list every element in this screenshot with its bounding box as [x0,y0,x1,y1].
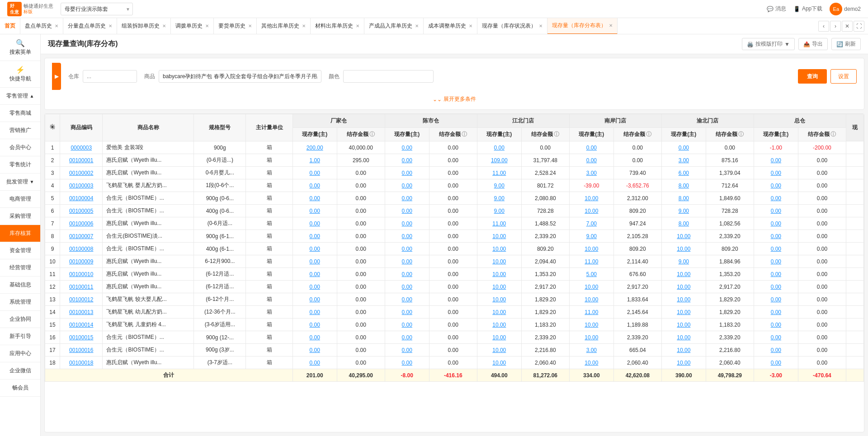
refresh-btn[interactable]: 🔄 刷新 [831,38,861,50]
jb-stock-link[interactable]: 0.00 [494,145,505,151]
code-link[interactable]: 00100005 [69,208,93,214]
jb-stock-link[interactable]: 10.00 [492,347,506,353]
close-icon[interactable]: ✕ [469,23,472,28]
fc-stock-link[interactable]: 200.00 [307,145,323,151]
close-icon[interactable]: ✕ [205,23,209,28]
nb-stock-link[interactable]: 10.00 [585,322,598,328]
total-stock-link[interactable]: 0.00 [771,296,781,303]
yb-stock-link[interactable]: 10.00 [677,322,690,328]
yb-stock-link[interactable]: 6.00 [679,170,689,176]
table-scroll[interactable]: 商品编码 商品名称 规格型号 主计量单位 厂家仓 陈市仓 江北门店 南岸门店 渝… [45,114,864,432]
total-stock-link[interactable]: 0.00 [771,258,781,265]
yb-stock-link[interactable]: 10.00 [677,246,690,252]
cs-stock-link[interactable]: 0.00 [402,322,412,328]
jb-stock-link[interactable]: 9.00 [494,183,505,189]
expand-conditions-btn[interactable]: ⌄⌄ 展开更多条件 [429,94,480,105]
tab-yaohuo[interactable]: 要货单历史 ✕ [214,18,257,34]
nb-stock-link[interactable]: -39.00 [584,183,599,189]
sidebar-item-system[interactable]: 系统管理 [0,294,40,311]
nb-stock-link[interactable]: 0.00 [586,145,597,151]
yb-stock-link[interactable]: 9.00 [679,208,689,214]
code-link[interactable]: 00100013 [69,309,93,315]
sidebar-item-weixin[interactable]: 企业微信 [0,362,40,380]
code-link[interactable]: 00100003 [69,183,93,189]
code-link[interactable]: 00100015 [69,334,93,341]
user-area[interactable]: Ea demo2 [830,3,861,15]
total-stock-link[interactable]: 0.00 [771,195,781,202]
tab-fenpan[interactable]: 分量盘点单历史 ✕ [63,18,117,34]
fc-stock-link[interactable]: 0.00 [310,170,320,176]
sidebar-item-collab[interactable]: 企业协同 [0,311,40,328]
jb-stock-link[interactable]: 9.00 [494,208,505,214]
info-icon[interactable]: ⓘ [646,131,651,137]
tab-chengben[interactable]: 成本调整单历史 ✕ [424,18,477,34]
close-icon[interactable]: ✕ [162,23,166,28]
sidebar-item-member[interactable]: 会员中心 [0,139,40,156]
code-link[interactable]: 00100010 [69,271,93,277]
jb-stock-link[interactable]: 10.00 [492,271,506,277]
total-stock-link[interactable]: 0.00 [771,208,781,214]
nb-stock-link[interactable]: 10.00 [585,334,598,341]
yb-stock-link[interactable]: 3.00 [679,157,689,164]
jb-stock-link[interactable]: 10.00 [492,296,506,303]
total-stock-link[interactable]: 0.00 [771,233,781,239]
cs-stock-link[interactable]: 0.00 [402,246,412,252]
yb-stock-link[interactable]: 10.00 [677,347,690,353]
fc-stock-link[interactable]: 0.00 [310,208,320,214]
nb-stock-link[interactable]: 10.00 [585,284,598,290]
tab-expand-btn[interactable]: ⛶ [854,21,864,32]
jb-stock-link[interactable]: 10.00 [492,284,506,290]
cs-stock-link[interactable]: 0.00 [402,334,412,341]
jb-stock-link[interactable]: 10.00 [492,233,506,239]
close-icon[interactable]: ✕ [609,23,613,28]
info-icon[interactable]: ⓘ [830,131,836,137]
nb-stock-link[interactable]: 11.00 [585,258,598,265]
tab-xiancunliang-status[interactable]: 现存量（库存状况表）✕ [477,18,547,34]
sidebar-item-ecommerce[interactable]: 电商管理 [0,191,40,208]
nb-stock-link[interactable]: 11.00 [585,309,598,315]
code-link[interactable]: 00100006 [69,220,93,227]
nb-stock-link[interactable]: 0.00 [586,157,597,164]
total-stock-link[interactable]: 0.00 [771,322,781,328]
fc-stock-link[interactable]: 0.00 [310,183,320,189]
tab-home[interactable]: 首页 [0,18,20,34]
code-link[interactable]: 00100012 [69,296,93,303]
sidebar-item-nav[interactable]: ⚡ 快捷导航 [0,61,40,88]
fc-stock-link[interactable]: 0.00 [310,334,320,341]
yb-stock-link[interactable]: 0.00 [679,145,689,151]
code-link[interactable]: 00100018 [69,360,93,366]
code-link[interactable]: 00100016 [69,347,93,353]
close-icon[interactable]: ✕ [55,23,58,28]
sidebar-item-finance[interactable]: 资金管理 [0,242,40,259]
color-input[interactable] [343,70,434,83]
sidebar-item-retail-mgmt[interactable]: 零售管理 ▲ [0,88,40,105]
info-icon[interactable]: ⓘ [738,131,744,137]
jb-stock-link[interactable]: 9.00 [494,195,505,202]
code-link[interactable]: 00100001 [69,157,93,164]
total-stock-link[interactable]: 0.00 [771,360,781,366]
info-icon[interactable]: ⓘ [369,131,375,137]
total-stock-link[interactable]: 0.00 [771,220,781,227]
code-link[interactable]: 00100009 [69,258,93,265]
jb-stock-link[interactable]: 10.00 [492,334,506,341]
sidebar-item-retail-mall[interactable]: 零售商城 [0,105,40,122]
yb-stock-link[interactable]: 10.00 [677,284,690,290]
fc-stock-link[interactable]: 0.00 [310,296,320,303]
sidebar-item-apps[interactable]: 应用中心 [0,345,40,362]
total-stock-link[interactable]: 0.00 [771,271,781,277]
close-icon[interactable]: ✕ [302,23,306,28]
yb-stock-link[interactable]: 8.00 [679,220,689,227]
close-icon[interactable]: ✕ [539,23,542,28]
total-stock-link[interactable]: 0.00 [771,246,781,252]
goods-input[interactable] [159,70,321,83]
jb-stock-link[interactable]: 11.00 [492,170,506,176]
tab-close-btn[interactable]: ✕ [842,21,853,32]
yb-stock-link[interactable]: 10.00 [677,334,690,341]
industry-select[interactable]: 母婴行业演示陈套 [61,3,133,15]
cs-stock-link[interactable]: 0.00 [402,183,412,189]
cs-stock-link[interactable]: 0.00 [402,195,412,202]
code-link[interactable]: 00100014 [69,322,93,328]
total-stock-link[interactable]: 0.00 [771,284,781,290]
close-icon[interactable]: ✕ [415,23,419,28]
cs-stock-link[interactable]: 0.00 [402,284,412,290]
